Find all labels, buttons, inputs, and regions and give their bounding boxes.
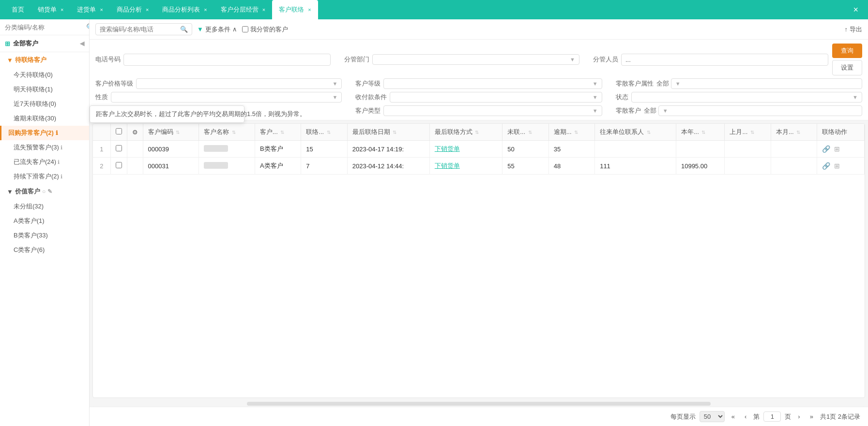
col-this-month-sort: ⇅ (796, 130, 800, 135)
nav-purchase[interactable]: 进货单 × (70, 0, 109, 19)
filter-phone-input[interactable] (123, 54, 331, 66)
action-link-icon[interactable]: 🔗 (822, 145, 830, 153)
col-action: 联络动作 (817, 124, 865, 141)
next-page-btn[interactable]: › (795, 412, 803, 421)
col-type[interactable]: 客户... ⇅ (255, 124, 301, 141)
filter-retail-attr-select[interactable]: ▼ (671, 78, 862, 89)
filter-nature-select[interactable]: ▼ (111, 92, 342, 103)
nav-sales[interactable]: 销货单 × (31, 0, 70, 19)
row-last-method[interactable]: 下销货单 (429, 141, 502, 158)
sidebar-item-today[interactable]: 今天待联络(0) (0, 68, 89, 82)
first-page-btn[interactable]: « (729, 412, 738, 421)
filter-cust-grade-label: 客户等级 (355, 79, 381, 88)
nav-customer-contact-close[interactable]: × (308, 0, 311, 19)
col-uncontacted[interactable]: 未联... ⇅ (503, 124, 548, 141)
nav-home[interactable]: 首页 (5, 0, 31, 19)
action-link-icon[interactable]: 🔗 (822, 162, 830, 170)
filter-retail-cust-select[interactable]: ▼ (658, 105, 862, 116)
row-uncontacted: 50 (503, 141, 548, 158)
col-code[interactable]: 客户编码 ⇅ (143, 124, 199, 141)
nav-product-list[interactable]: 商品分析列表 × (155, 0, 213, 19)
row-checkbox[interactable] (116, 145, 122, 151)
tooltip-box: 距客户上次交易时长，超过了此客户的平均交易周期的1.5倍，则视为异常。 (90, 105, 244, 123)
settings-button[interactable]: 设置 (832, 60, 862, 75)
pagination-bar: 每页显示 50 100 « ‹ 第 页 › » 共1页 2条记录 (90, 407, 868, 426)
horizontal-scrollbar[interactable] (92, 401, 865, 407)
nav-product-analysis[interactable]: 商品分析 × (110, 0, 155, 19)
nav-product-analysis-close[interactable]: × (146, 0, 149, 19)
more-filters-btn[interactable]: ▼ 更多条件 ∧ (197, 25, 237, 34)
my-customer-checkbox-wrap[interactable]: 我分管的客户 (242, 25, 288, 34)
filter-price-grade-select[interactable]: ▼ (136, 78, 342, 89)
row-action: 🔗 ⊞ (817, 141, 865, 158)
sidebar-search-icon[interactable]: 🔍 (86, 23, 90, 31)
my-customer-checkbox[interactable] (242, 26, 248, 32)
filter-cust-grade-select[interactable]: ▼ (383, 78, 602, 89)
nav-customer-segment[interactable]: 客户分层经营 × (214, 0, 272, 19)
page-number-input[interactable] (763, 411, 781, 422)
sidebar-item-declining[interactable]: 持续下滑客户(2) ℹ (0, 169, 89, 184)
value-group-edit[interactable]: ✎ (47, 188, 52, 195)
filter-payment-select[interactable]: ▼ (390, 92, 602, 103)
nav-purchase-close[interactable]: × (100, 0, 103, 19)
prev-page-btn[interactable]: ‹ (742, 412, 749, 421)
row-contact: 7 (301, 158, 347, 175)
triangle-icon: ▼ (7, 57, 13, 64)
export-button[interactable]: ↑ 导出 (845, 25, 863, 34)
row-last-method[interactable]: 下销货单 (429, 158, 502, 175)
col-num (93, 124, 110, 141)
last-page-btn[interactable]: » (807, 412, 816, 421)
sidebar-item-class-a[interactable]: A类客户(1) (0, 214, 89, 228)
sidebar-item-class-c[interactable]: C类客户(6) (0, 243, 89, 257)
sidebar-item-churned[interactable]: 已流失客户(24) ℹ (0, 155, 89, 169)
sidebar-item-repurchase[interactable]: 回购异常客户(2) ℹ (0, 126, 89, 140)
col-last-month-sort: ⇅ (750, 130, 754, 135)
nav-customer-contact[interactable]: 客户联络 × (272, 0, 318, 19)
nav-customer-segment-close[interactable]: × (262, 0, 265, 19)
page-label: 第 (753, 412, 760, 421)
main-search-input[interactable] (100, 26, 180, 33)
col-settings[interactable]: ⚙ (127, 124, 143, 141)
sidebar-search-input[interactable] (5, 24, 86, 31)
value-group-header[interactable]: ▼ 价值客户 ○ ✎ (0, 184, 89, 199)
top-navbar: 首页 销货单 × 进货单 × 商品分析 × 商品分析列表 × 客户分层经营 × … (0, 0, 868, 19)
filter-cust-type-select[interactable]: ▼ (383, 105, 602, 116)
action-grid-icon[interactable]: ⊞ (834, 162, 840, 170)
col-contact-person[interactable]: 往来单位联系人 ⇅ (595, 124, 676, 141)
cust-type-caret: ▼ (593, 108, 598, 114)
col-name[interactable]: 客户名称 ⇅ (199, 124, 255, 141)
all-customers-header[interactable]: ⊞ 全部客户 ◀ (0, 35, 89, 52)
col-overdue[interactable]: 逾期... ⇅ (548, 124, 594, 141)
sidebar-item-overdue[interactable]: 逾期未联络(30) (0, 111, 89, 126)
nav-product-list-close[interactable]: × (204, 0, 207, 19)
filter-status-select[interactable]: ▼ (631, 92, 862, 103)
col-last-date[interactable]: 最后联络日期 ⇅ (347, 124, 429, 141)
table-row: 1 000039 B类客户 15 2023-04-17 14:19: 下销货单 … (93, 141, 865, 158)
window-close-button[interactable]: × (848, 5, 863, 15)
content-area: 🔍 ▼ 更多条件 ∧ 我分管的客户 ↑ 导出 电话号码 (90, 19, 868, 426)
row-this-month (771, 158, 817, 175)
filter-dept-select[interactable]: ▼ (372, 54, 579, 65)
main-search-icon[interactable]: 🔍 (180, 26, 188, 33)
select-all-checkbox[interactable] (116, 128, 122, 134)
col-last-method[interactable]: 最后联络方式 ⇅ (429, 124, 502, 141)
nav-sales-close[interactable]: × (61, 0, 63, 19)
sidebar-item-tomorrow[interactable]: 明天待联络(1) (0, 82, 89, 97)
sidebar-collapse-btn[interactable]: ◀ (80, 40, 84, 47)
row-checkbox[interactable] (116, 162, 122, 168)
col-this-month[interactable]: 本月... ⇅ (771, 124, 817, 141)
query-button[interactable]: 查询 (832, 44, 862, 58)
col-this-year[interactable]: 本年... ⇅ (676, 124, 724, 141)
sidebar-item-7days[interactable]: 近7天待联络(0) (0, 97, 89, 111)
sidebar-item-ungrouped[interactable]: 未分组(32) (0, 199, 89, 214)
row-overdue: 35 (548, 141, 594, 158)
sidebar-item-churn-warning[interactable]: 流失预警客户(3) ℹ (0, 140, 89, 155)
filter-manager-input[interactable] (621, 54, 828, 66)
col-last-month[interactable]: 上月... ⇅ (725, 124, 771, 141)
pending-group-header[interactable]: ▼ 待联络客户 (0, 52, 89, 68)
col-contact[interactable]: 联络... ⇅ (301, 124, 347, 141)
sidebar-item-class-b[interactable]: B类客户(33) (0, 228, 89, 243)
action-grid-icon[interactable]: ⊞ (834, 145, 840, 153)
filter-row-3: 性质 ▼ 收付款条件 ▼ 状态 (95, 92, 862, 103)
per-page-select[interactable]: 50 100 (700, 411, 725, 422)
